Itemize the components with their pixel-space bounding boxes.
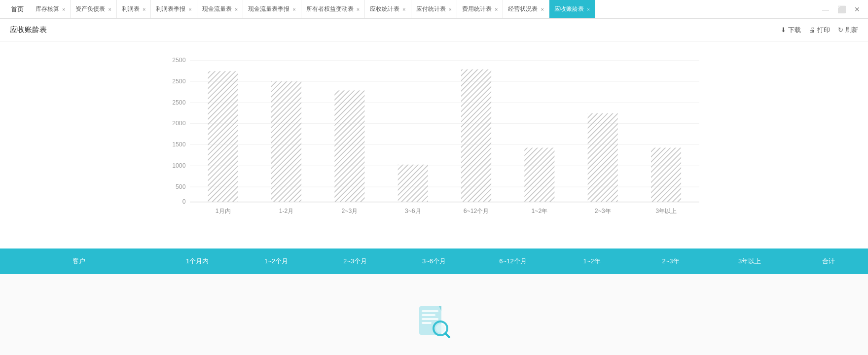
bar-2-3年 [588, 113, 618, 202]
download-label: 下载 [788, 26, 801, 35]
svg-line-32 [445, 333, 449, 337]
svg-text:2500: 2500 [172, 57, 185, 64]
tab-label-profit-quarterly: 利润表季报 [156, 5, 185, 13]
table-header: 客户1个月内1~2个月2~3个月3~6个月6~12个月1~2年2~3年3年以上合… [0, 248, 868, 274]
tab-close-profit[interactable]: × [143, 6, 145, 12]
table-header-2: 1~2个月 [237, 257, 316, 266]
tab-profit-quarterly[interactable]: 利润表季报× [151, 0, 197, 19]
bar-chart: 2500 2500 2500 2000 1500 1000 500 0 [163, 51, 705, 220]
tab-equity[interactable]: 所有者权益变动表× [301, 0, 365, 19]
bar-3年以上 [651, 148, 681, 202]
svg-point-31 [436, 324, 445, 333]
minimize-icon: — [822, 5, 829, 13]
tab-close-ap-stats[interactable]: × [449, 6, 452, 12]
table-header-0: 客户 [0, 257, 158, 266]
svg-text:1500: 1500 [172, 141, 185, 148]
tabs-container: 库存核算×资产负债表×利润表×利润表季报×现金流量表×现金流量表季报×所有者权益… [31, 0, 595, 19]
svg-rect-29 [422, 322, 432, 324]
download-button[interactable]: ⬇ 下载 [781, 26, 801, 35]
svg-text:2000: 2000 [172, 120, 185, 127]
table-header-9: 合计 [789, 257, 868, 266]
svg-text:1000: 1000 [172, 162, 185, 169]
tab-close-expense-stats[interactable]: × [495, 6, 498, 12]
table-header-7: 2~3年 [631, 257, 710, 266]
svg-text:2500: 2500 [172, 78, 185, 85]
maximize-icon: ⬜ [837, 5, 846, 13]
bar-6-12月 [461, 70, 491, 202]
tab-ar-aging[interactable]: 应收账龄表× [549, 0, 595, 19]
svg-text:6~12个月: 6~12个月 [464, 208, 489, 214]
tab-label-profit: 利润表 [122, 5, 140, 13]
bar-1-2年 [524, 148, 554, 202]
tab-close-operations[interactable]: × [541, 6, 543, 12]
tab-label-ar-stats: 应收统计表 [370, 5, 399, 13]
svg-text:1~2年: 1~2年 [532, 208, 548, 214]
tab-ap-stats[interactable]: 应付统计表× [411, 0, 457, 19]
print-label: 打印 [817, 26, 830, 35]
tab-cashflow-quarterly[interactable]: 现金流量表季报× [243, 0, 301, 19]
tab-label-expense-stats: 费用统计表 [462, 5, 492, 13]
bar-3-6月 [398, 165, 428, 202]
table-header-4: 3~6个月 [395, 257, 473, 266]
tab-close-profit-quarterly[interactable]: × [188, 6, 191, 12]
tab-close-balance-sheet[interactable]: × [108, 6, 111, 12]
svg-rect-27 [422, 314, 435, 316]
svg-text:2500: 2500 [172, 99, 185, 106]
refresh-label: 刷新 [845, 26, 858, 35]
page-actions: ⬇ 下载 🖨 打印 ↻ 刷新 [781, 26, 858, 35]
svg-text:2~3年: 2~3年 [595, 208, 611, 214]
maximize-button[interactable]: ⬜ [834, 2, 848, 16]
print-button[interactable]: 🖨 打印 [809, 26, 830, 35]
tab-inventory[interactable]: 库存核算× [31, 0, 71, 19]
svg-text:1-2月: 1-2月 [279, 208, 294, 214]
tab-close-ar-aging[interactable]: × [587, 6, 590, 12]
tab-label-ap-stats: 应付统计表 [416, 5, 446, 13]
tab-label-inventory: 库存核算 [36, 5, 59, 13]
tab-close-cashflow-quarterly[interactable]: × [292, 6, 295, 12]
bar-1月内 [208, 71, 238, 202]
tab-ar-stats[interactable]: 应收统计表× [365, 0, 411, 19]
tab-expense-stats[interactable]: 费用统计表× [457, 0, 503, 19]
svg-rect-26 [422, 310, 438, 312]
svg-text:3~6月: 3~6月 [405, 208, 421, 214]
tab-label-balance-sheet: 资产负债表 [75, 5, 105, 13]
bar-1-2月 [271, 81, 301, 202]
page-title: 应收账龄表 [10, 25, 47, 35]
tab-bar-actions: — ⬜ ✕ [819, 2, 864, 16]
svg-text:2~3月: 2~3月 [342, 208, 358, 214]
empty-state [0, 274, 868, 355]
tab-balance-sheet[interactable]: 资产负债表× [71, 0, 116, 19]
tab-close-cashflow[interactable]: × [235, 6, 238, 12]
refresh-icon: ↻ [838, 26, 843, 34]
refresh-button[interactable]: ↻ 刷新 [838, 26, 858, 35]
table-header-8: 3年以上 [710, 257, 789, 266]
table-header-3: 2~3个月 [316, 257, 395, 266]
close-button[interactable]: ✕ [850, 2, 864, 16]
tab-label-operations: 经营状况表 [508, 5, 538, 13]
main-content: 2500 2500 2500 2000 1500 1000 500 0 [0, 41, 868, 355]
svg-text:1月内: 1月内 [216, 208, 231, 214]
tab-home[interactable]: 首页 [4, 0, 31, 19]
tab-close-ar-stats[interactable]: × [402, 6, 405, 12]
tab-close-inventory[interactable]: × [62, 6, 65, 12]
tab-label-cashflow-quarterly: 现金流量表季报 [248, 5, 289, 13]
svg-text:500: 500 [176, 183, 186, 190]
tab-operations[interactable]: 经营状况表× [503, 0, 549, 19]
empty-state-icon [412, 301, 456, 346]
download-icon: ⬇ [781, 26, 786, 34]
tab-cashflow[interactable]: 现金流量表× [197, 0, 243, 19]
print-icon: 🖨 [809, 26, 815, 34]
tab-close-equity[interactable]: × [357, 6, 360, 12]
svg-rect-28 [422, 318, 438, 320]
table-header-5: 6~12个月 [473, 257, 552, 266]
chart-area: 2500 2500 2500 2000 1500 1000 500 0 [0, 41, 868, 248]
minimize-button[interactable]: — [819, 2, 832, 16]
tab-bar: 首页 库存核算×资产负债表×利润表×利润表季报×现金流量表×现金流量表季报×所有… [0, 0, 868, 19]
page-header: 应收账龄表 ⬇ 下载 🖨 打印 ↻ 刷新 [0, 19, 868, 41]
table-header-6: 1~2年 [552, 257, 631, 266]
chart-container: 2500 2500 2500 2000 1500 1000 500 0 [163, 51, 705, 221]
tab-label-ar-aging: 应收账龄表 [554, 5, 584, 13]
tab-profit[interactable]: 利润表× [117, 0, 151, 19]
tab-label-cashflow: 现金流量表 [202, 5, 232, 13]
svg-text:3年以上: 3年以上 [655, 208, 677, 214]
